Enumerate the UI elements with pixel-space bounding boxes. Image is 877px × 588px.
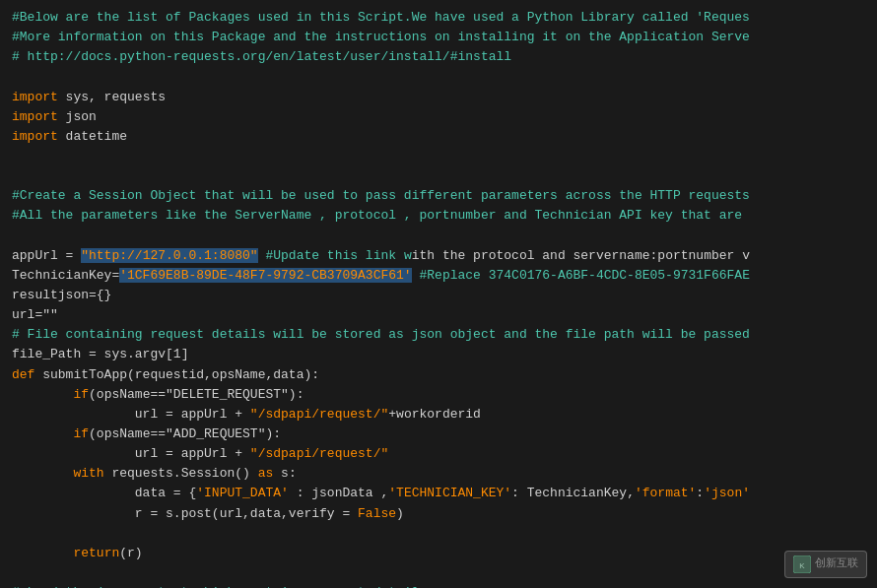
code-line-6: import json [12, 107, 865, 127]
code-line-21: url = appUrl + "/sdpapi/request/"+workor… [12, 405, 865, 425]
code-line-11: #All the parameters like the ServerName … [12, 206, 865, 226]
code-line-1: #Below are the list of Packages used in … [12, 8, 865, 28]
code-line-20: if(opsName=="DELETE_REQUEST"): [12, 385, 865, 405]
code-line-3: # http://docs.python-requests.org/en/lat… [12, 47, 865, 67]
code-line-13: appUrl = "http://127.0.0.1:8080" #Update… [12, 246, 865, 266]
code-line-2: #More information on this Package and th… [12, 28, 865, 47]
code-line-24: with requests.Session() as s: [12, 464, 865, 484]
watermark-icon: K [793, 555, 811, 573]
code-line-8 [12, 147, 865, 166]
code-line-7: import datetime [12, 127, 865, 147]
code-line-4 [12, 67, 865, 87]
code-line-22: if(opsName=="ADD_REQUEST"): [12, 425, 865, 444]
code-line-29 [12, 563, 865, 583]
code-editor: #Below are the list of Packages used in … [0, 0, 877, 588]
code-line-15: resultjson={} [12, 286, 865, 305]
svg-text:K: K [799, 561, 805, 570]
code-line-12 [12, 227, 865, 246]
code-line-19: def submitToApp(requestid,opsName,data): [12, 365, 865, 385]
code-line-9 [12, 166, 865, 186]
code-line-28: return(r) [12, 544, 865, 563]
watermark-text: 创新互联 [815, 555, 858, 573]
code-line-5: import sys, requests [12, 88, 865, 107]
code-line-14: TechnicianKey='1CF69E8B-89DE-48F7-9792-C… [12, 266, 865, 286]
code-line-16: url="" [12, 305, 865, 325]
code-line-30: # Load the json content which contains r… [12, 583, 865, 588]
code-line-23: url = appUrl + "/sdpapi/request/" [12, 444, 865, 464]
code-line-17: # File containing request details will b… [12, 325, 865, 345]
code-line-25: data = {'INPUT_DATA' : jsonData ,'TECHNI… [12, 484, 865, 503]
watermark-badge: K 创新互联 [784, 551, 867, 578]
code-line-10: #Create a Session Object that will be us… [12, 186, 865, 206]
code-line-18: file_Path = sys.argv[1] [12, 345, 865, 364]
code-line-26: r = s.post(url,data,verify = False) [12, 504, 865, 524]
code-line-27 [12, 524, 865, 544]
